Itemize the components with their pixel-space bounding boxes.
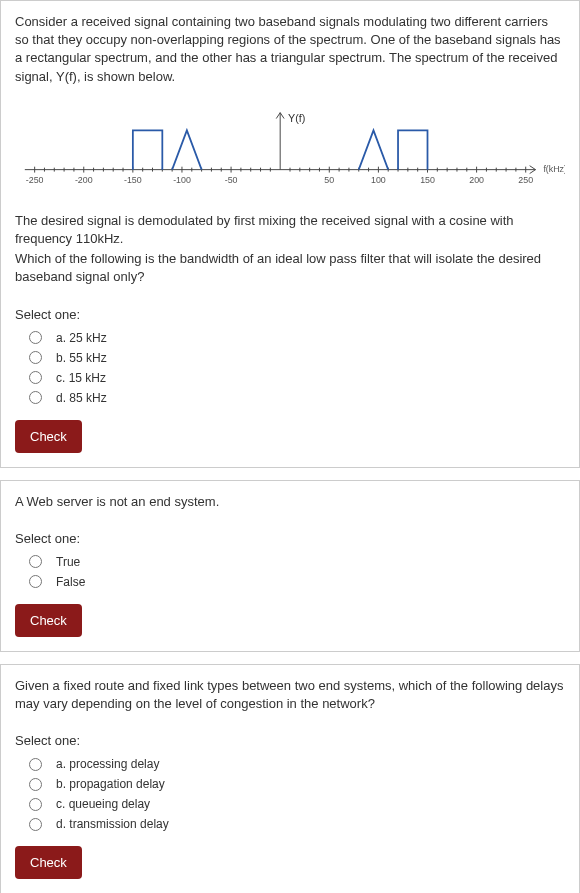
radio-q3-c[interactable] xyxy=(29,798,42,811)
option-label: c. 15 kHz xyxy=(56,371,106,385)
tick-label: -250 xyxy=(26,175,44,185)
q1-option-c[interactable]: c. 15 kHz xyxy=(15,368,565,388)
select-one-label: Select one: xyxy=(15,733,565,748)
q1-option-a[interactable]: a. 25 kHz xyxy=(15,328,565,348)
tri-left xyxy=(172,130,201,169)
q2-option-false[interactable]: False xyxy=(15,572,565,592)
q3-option-d[interactable]: d. transmission delay xyxy=(15,814,565,834)
tick-label: -50 xyxy=(225,175,238,185)
option-label: d. 85 kHz xyxy=(56,391,107,405)
question-1: Consider a received signal containing tw… xyxy=(0,0,580,468)
question-2: A Web server is not an end system. Selec… xyxy=(0,480,580,652)
radio-q1-c[interactable] xyxy=(29,371,42,384)
tick-label: -100 xyxy=(173,175,191,185)
q1-para2: The desired signal is demodulated by fir… xyxy=(15,212,565,248)
spectrum-chart: -250 -200 -150 -100 -50 50 100 150 200 2… xyxy=(15,104,565,194)
option-label: a. 25 kHz xyxy=(56,331,107,345)
tick-label: 50 xyxy=(324,175,334,185)
tick-label: 100 xyxy=(371,175,386,185)
radio-q1-b[interactable] xyxy=(29,351,42,364)
tick-label: 200 xyxy=(469,175,484,185)
q3-statement: Given a fixed route and fixed link types… xyxy=(15,677,565,713)
question-1-text: Consider a received signal containing tw… xyxy=(15,13,565,86)
q1-option-b[interactable]: b. 55 kHz xyxy=(15,348,565,368)
question-3: Given a fixed route and fixed link types… xyxy=(0,664,580,893)
check-button-q2[interactable]: Check xyxy=(15,604,82,637)
tick-label: 250 xyxy=(518,175,533,185)
radio-q3-a[interactable] xyxy=(29,758,42,771)
option-label: a. processing delay xyxy=(56,757,159,771)
radio-q1-d[interactable] xyxy=(29,391,42,404)
radio-q3-b[interactable] xyxy=(29,778,42,791)
spectrum-svg: -250 -200 -150 -100 -50 50 100 150 200 2… xyxy=(15,104,565,194)
q1-para3: Which of the following is the bandwidth … xyxy=(15,250,565,286)
select-one-label: Select one: xyxy=(15,531,565,546)
select-one-label: Select one: xyxy=(15,307,565,322)
q2-option-true[interactable]: True xyxy=(15,552,565,572)
question-1-text2: The desired signal is demodulated by fir… xyxy=(15,212,565,287)
q3-option-c[interactable]: c. queueing delay xyxy=(15,794,565,814)
option-label: c. queueing delay xyxy=(56,797,150,811)
option-label: False xyxy=(56,575,85,589)
question-2-text: A Web server is not an end system. xyxy=(15,493,565,511)
tick-label: 150 xyxy=(420,175,435,185)
radio-q1-a[interactable] xyxy=(29,331,42,344)
radio-q2-true[interactable] xyxy=(29,555,42,568)
tri-right xyxy=(359,130,388,169)
q2-statement: A Web server is not an end system. xyxy=(15,493,565,511)
q3-option-b[interactable]: b. propagation delay xyxy=(15,774,565,794)
question-3-text: Given a fixed route and fixed link types… xyxy=(15,677,565,713)
q1-para1: Consider a received signal containing tw… xyxy=(15,13,565,86)
tick-label: -150 xyxy=(124,175,142,185)
check-button-q3[interactable]: Check xyxy=(15,846,82,879)
tick-label: -200 xyxy=(75,175,93,185)
q1-option-d[interactable]: d. 85 kHz xyxy=(15,388,565,408)
x-axis-label: f(kHz) xyxy=(543,163,565,173)
option-label: d. transmission delay xyxy=(56,817,169,831)
radio-q2-false[interactable] xyxy=(29,575,42,588)
option-label: b. propagation delay xyxy=(56,777,165,791)
option-label: b. 55 kHz xyxy=(56,351,107,365)
q3-option-a[interactable]: a. processing delay xyxy=(15,754,565,774)
chart-title: Y(f) xyxy=(288,112,305,124)
radio-q3-d[interactable] xyxy=(29,818,42,831)
option-label: True xyxy=(56,555,80,569)
rect-left xyxy=(133,130,162,169)
check-button-q1[interactable]: Check xyxy=(15,420,82,453)
rect-right xyxy=(398,130,427,169)
